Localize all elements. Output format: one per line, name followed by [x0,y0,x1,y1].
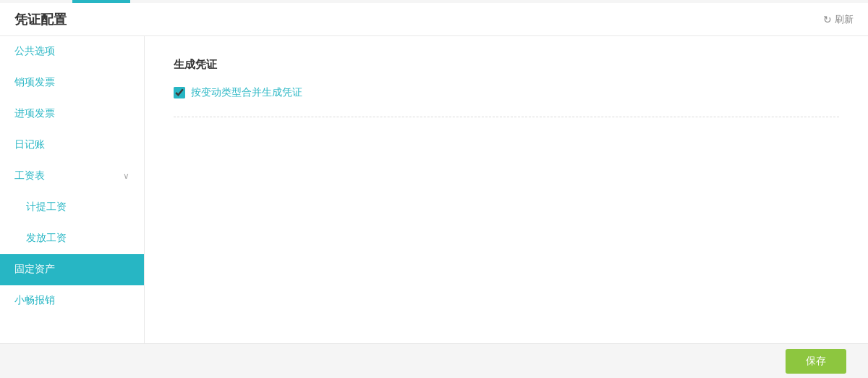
save-button[interactable]: 保存 [786,349,846,374]
main-content: 生成凭证 按变动类型合并生成凭证 [145,36,868,378]
refresh-icon: ↻ [823,14,832,25]
sidebar-item-计提工资[interactable]: 计提工资 [0,192,144,223]
sidebar-item-label: 日记账 [14,138,45,151]
sidebar-item-label: 计提工资 [26,201,67,214]
sidebar-item-固定资产[interactable]: 固定资产 [0,254,144,285]
section-divider [174,117,839,117]
sidebar-item-销项发票[interactable]: 销项发票 [0,67,144,98]
header: 凭证配置 ↻ 刷新 [0,3,868,36]
sidebar-item-进项发票[interactable]: 进项发票 [0,98,144,130]
checkbox-row: 按变动类型合并生成凭证 [174,86,839,99]
sidebar-item-工资表[interactable]: 工资表∨ [0,161,144,192]
sidebar-item-小畅报销[interactable]: 小畅报销 [0,285,144,316]
sidebar-item-label: 发放工资 [26,232,67,245]
merge-checkbox-label[interactable]: 按变动类型合并生成凭证 [191,86,302,99]
section-title: 生成凭证 [174,58,839,72]
refresh-label: 刷新 [835,13,854,26]
layout: 公共选项销项发票进项发票日记账工资表∨计提工资发放工资固定资产小畅报销 生成凭证… [0,36,868,378]
sidebar-item-label: 进项发票 [14,107,55,120]
sidebar-item-label: 公共选项 [14,45,55,58]
sidebar-item-日记账[interactable]: 日记账 [0,130,144,161]
sidebar-item-公共选项[interactable]: 公共选项 [0,36,144,67]
sidebar: 公共选项销项发票进项发票日记账工资表∨计提工资发放工资固定资产小畅报销 [0,36,145,378]
sidebar-item-label: 工资表 [14,169,45,182]
chevron-down-icon: ∨ [123,171,129,181]
sidebar-item-label: 固定资产 [14,263,55,276]
sidebar-item-发放工资[interactable]: 发放工资 [0,223,144,254]
sidebar-item-label: 销项发票 [14,76,55,89]
merge-checkbox[interactable] [174,87,185,98]
refresh-button[interactable]: ↻ 刷新 [823,13,854,26]
sidebar-item-label: 小畅报销 [14,294,55,307]
footer: 保存 [0,343,868,378]
page-title: 凭证配置 [14,11,67,28]
